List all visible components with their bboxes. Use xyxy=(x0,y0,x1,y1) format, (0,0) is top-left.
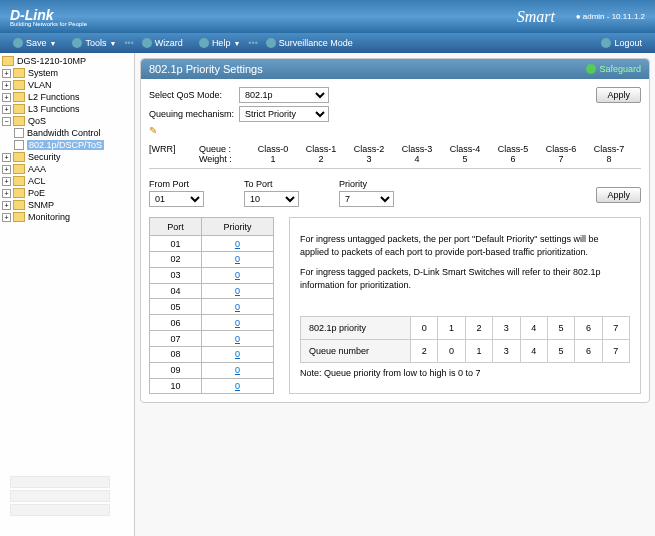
folder-icon xyxy=(13,92,25,102)
device-image xyxy=(10,476,120,526)
menu-save[interactable]: Save▼ xyxy=(5,38,64,48)
surveillance-icon xyxy=(266,38,276,48)
panel-title: 802.1p Priority Settings xyxy=(149,63,263,75)
menu-surveillance[interactable]: Surveillance Mode xyxy=(258,38,361,48)
folder-icon xyxy=(13,176,25,186)
expand-icon[interactable]: + xyxy=(2,93,11,102)
from-port-label: From Port xyxy=(149,179,204,189)
safeguard-badge: Safeguard xyxy=(586,64,641,75)
file-icon xyxy=(14,128,24,138)
wrr-table: [WRR] Queue : Class-0 Class-1 Class-2 Cl… xyxy=(149,144,641,169)
expand-icon[interactable]: + xyxy=(2,105,11,114)
folder-icon xyxy=(13,152,25,162)
tree-poe[interactable]: +PoE xyxy=(2,187,132,199)
from-port-select[interactable]: 01 xyxy=(149,191,204,207)
priority-select[interactable]: 7 xyxy=(339,191,394,207)
expand-icon[interactable]: + xyxy=(2,189,11,198)
priority-link[interactable]: 0 xyxy=(201,362,273,378)
table-row: 040 xyxy=(150,283,274,299)
tree-monitoring[interactable]: +Monitoring xyxy=(2,211,132,223)
queuing-select[interactable]: Strict Priority xyxy=(239,106,329,122)
table-row: 090 xyxy=(150,362,274,378)
folder-icon xyxy=(13,212,25,222)
tree-aaa[interactable]: +AAA xyxy=(2,163,132,175)
menu-help[interactable]: Help▼ xyxy=(191,38,248,48)
expand-icon[interactable]: + xyxy=(2,213,11,222)
tree-qos[interactable]: −QoS xyxy=(2,115,132,127)
wizard-icon xyxy=(142,38,152,48)
priority-link[interactable]: 0 xyxy=(201,299,273,315)
main-content: 802.1p Priority Settings Safeguard Selec… xyxy=(135,53,655,536)
queuing-label: Queuing mechanism: xyxy=(149,109,239,119)
menu-tools[interactable]: Tools▼ xyxy=(64,38,124,48)
priority-link[interactable]: 0 xyxy=(201,346,273,362)
panel-header: 802.1p Priority Settings Safeguard xyxy=(141,59,649,79)
table-row: 050 xyxy=(150,299,274,315)
expand-icon[interactable]: + xyxy=(2,165,11,174)
tree-snmp[interactable]: +SNMP xyxy=(2,199,132,211)
folder-icon xyxy=(13,104,25,114)
priority-link[interactable]: 0 xyxy=(201,252,273,268)
tree-acl[interactable]: +ACL xyxy=(2,175,132,187)
menu-wizard[interactable]: Wizard xyxy=(134,38,191,48)
to-port-select[interactable]: 10 xyxy=(244,191,299,207)
note-text: Note: Queue priority from low to high is… xyxy=(300,368,630,378)
tree-root[interactable]: DGS-1210-10MP xyxy=(2,55,132,67)
menu-bar: Save▼ Tools▼ ••• Wizard Help▼ ••• Survei… xyxy=(0,33,655,53)
to-port-label: To Port xyxy=(244,179,299,189)
priority-link[interactable]: 0 xyxy=(201,283,273,299)
chevron-down-icon: ▼ xyxy=(233,40,240,47)
device-icon xyxy=(2,56,14,66)
folder-icon xyxy=(13,68,25,78)
expand-icon[interactable]: + xyxy=(2,69,11,78)
tree-security[interactable]: +Security xyxy=(2,151,132,163)
settings-panel: 802.1p Priority Settings Safeguard Selec… xyxy=(140,58,650,403)
folder-icon xyxy=(13,80,25,90)
edit-icon[interactable]: ✎ xyxy=(149,125,157,136)
expand-icon[interactable]: + xyxy=(2,153,11,162)
folder-icon xyxy=(13,200,25,210)
save-icon xyxy=(13,38,23,48)
qos-mode-label: Select QoS Mode: xyxy=(149,90,239,100)
tree-qos-bw[interactable]: Bandwidth Control xyxy=(14,127,132,139)
priority-link[interactable]: 0 xyxy=(201,331,273,347)
table-row: 020 xyxy=(150,252,274,268)
table-row: 010 xyxy=(150,236,274,252)
admin-info: ● admin - 10.11.1.2 xyxy=(576,12,645,21)
sidebar: DGS-1210-10MP +System +VLAN +L2 Function… xyxy=(0,53,135,536)
file-icon xyxy=(14,140,24,150)
collapse-icon[interactable]: − xyxy=(2,117,11,126)
logout-icon xyxy=(601,38,611,48)
expand-icon[interactable]: + xyxy=(2,81,11,90)
tree-l3[interactable]: +L3 Functions xyxy=(2,103,132,115)
table-row: 080 xyxy=(150,346,274,362)
tree-l2[interactable]: +L2 Functions xyxy=(2,91,132,103)
folder-icon xyxy=(13,116,25,126)
priority-label: Priority xyxy=(339,179,394,189)
safeguard-icon xyxy=(586,64,596,74)
tree-system[interactable]: +System xyxy=(2,67,132,79)
tree-qos-8021p[interactable]: 802.1p/DSCP/ToS xyxy=(14,139,132,151)
folder-icon xyxy=(13,164,25,174)
priority-link[interactable]: 0 xyxy=(201,236,273,252)
chevron-down-icon: ▼ xyxy=(109,40,116,47)
apply-button-2[interactable]: Apply xyxy=(596,187,641,203)
priority-link[interactable]: 0 xyxy=(201,378,273,394)
qos-mode-select[interactable]: 802.1p xyxy=(239,87,329,103)
expand-icon[interactable]: + xyxy=(2,177,11,186)
chevron-down-icon: ▼ xyxy=(50,40,57,47)
table-row: 030 xyxy=(150,267,274,283)
priority-link[interactable]: 0 xyxy=(201,267,273,283)
apply-button-1[interactable]: Apply xyxy=(596,87,641,103)
tools-icon xyxy=(72,38,82,48)
expand-icon[interactable]: + xyxy=(2,201,11,210)
priority-link[interactable]: 0 xyxy=(201,315,273,331)
priority-queue-map: 802.1p priority 01234567 Queue number 20… xyxy=(300,316,630,363)
port-priority-table: PortPriority 010020030040050060070080090… xyxy=(149,217,274,394)
info-box: For ingress untagged packets, the per po… xyxy=(289,217,641,394)
brand-tagline: Building Networks for People xyxy=(0,21,87,27)
smart-label: Smart xyxy=(517,8,555,26)
tree-vlan[interactable]: +VLAN xyxy=(2,79,132,91)
table-row: 070 xyxy=(150,331,274,347)
logout-button[interactable]: Logout xyxy=(593,38,650,48)
